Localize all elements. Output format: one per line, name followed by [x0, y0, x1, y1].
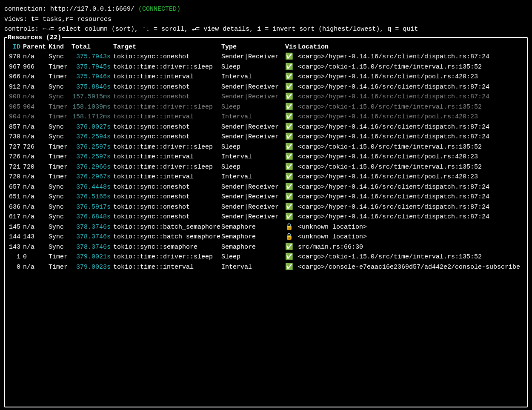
table-cell: n/a	[23, 212, 49, 222]
control-key[interactable]: i	[257, 26, 261, 33]
table-row[interactable]: 145n/aSync378.3746stokio::sync::batch_se…	[6, 222, 527, 232]
table-cell: 376.6848s	[72, 212, 113, 222]
table-cell: n/a	[23, 72, 49, 82]
table-cell: <cargo>/tokio-1.15.0/src/time/interval.r…	[298, 252, 527, 262]
table-cell: tokio::sync::semaphore	[113, 242, 221, 252]
table-cell: tokio::sync::oneshot	[113, 212, 221, 222]
table-cell: tokio::time::interval	[113, 172, 221, 182]
table-cell: <cargo>/hyper-0.14.16/src/client/dispatc…	[298, 82, 527, 92]
table-cell: Sender|Receiver	[221, 202, 285, 212]
col-id-header[interactable]: ID	[6, 42, 23, 52]
table-row[interactable]: 970n/aSync375.7943stokio::sync::oneshotS…	[6, 52, 527, 62]
table-cell: Sync	[49, 92, 72, 102]
table-row[interactable]: 966n/aTimer375.7946stokio::time::interva…	[6, 72, 527, 82]
table-cell: Sender|Receiver	[221, 92, 285, 102]
table-cell: n/a	[23, 82, 49, 92]
table-cell: <cargo>/hyper-0.14.16/src/client/pool.rs…	[298, 72, 527, 82]
control-desc: = quit	[391, 26, 418, 33]
table-cell: Timer	[49, 152, 72, 162]
table-cell: 376.2597s	[72, 152, 113, 162]
table-row[interactable]: 657n/aSync376.4448stokio::sync::oneshotS…	[6, 182, 527, 192]
col-type-header[interactable]: Type	[221, 42, 285, 52]
views-key-t[interactable]: t	[31, 14, 35, 25]
table-cell: tokio::time::interval	[113, 152, 221, 162]
table-row[interactable]: 730n/aSync376.2594stokio::sync::oneshotS…	[6, 132, 527, 142]
table-row[interactable]: 651n/aSync376.5165stokio::sync::oneshotS…	[6, 192, 527, 202]
table-cell: 158.1039ms	[72, 102, 113, 112]
vis-icon: 🔒	[285, 232, 298, 242]
table-cell: <cargo>/tokio-1.15.0/src/time/interval.r…	[298, 142, 527, 152]
table-row[interactable]: 967966Timer375.7945stokio::time::driver:…	[6, 62, 527, 72]
table-cell: <cargo>/tokio-1.15.0/src/time/interval.r…	[298, 62, 527, 72]
table-row[interactable]: 726n/aTimer376.2597stokio::time::interva…	[6, 152, 527, 162]
vis-icon: ✅	[285, 72, 298, 82]
table-cell: tokio::sync::oneshot	[113, 122, 221, 132]
table-cell: Interval	[221, 152, 285, 162]
control-key[interactable]: ↑↓	[142, 26, 150, 33]
views-key-r[interactable]: r	[66, 14, 69, 25]
table-row[interactable]: 912n/aSync375.8846stokio::sync::oneshotS…	[6, 82, 527, 92]
table-cell: 967	[6, 62, 23, 72]
table-cell: 657	[6, 182, 23, 192]
table-cell: <cargo>/hyper-0.14.16/src/client/dispatc…	[298, 202, 527, 212]
table-cell: 376.2966s	[72, 162, 113, 172]
vis-icon: ✅	[285, 132, 298, 142]
table-cell: 379.0021s	[72, 252, 113, 262]
table-cell: 378.3746s	[72, 242, 113, 252]
table-cell: Timer	[49, 112, 72, 122]
table-cell: n/a	[23, 52, 49, 62]
vis-icon: ✅	[285, 242, 298, 252]
table-cell: Timer	[49, 252, 72, 262]
table-row[interactable]: 617n/aSync376.6848stokio::sync::oneshotS…	[6, 212, 527, 222]
col-total-header[interactable]: Total	[72, 42, 113, 52]
table-cell: Sender|Receiver	[221, 52, 285, 62]
table-cell: Sync	[49, 82, 72, 92]
table-cell: tokio::sync::batch_semaphore	[113, 232, 221, 242]
table-cell: 143	[23, 232, 49, 242]
table-cell: 970	[6, 52, 23, 62]
table-row[interactable]: 720n/aTimer376.2967stokio::time::interva…	[6, 172, 527, 182]
control-key[interactable]: q	[387, 26, 391, 33]
table-cell: 0	[23, 252, 49, 262]
table-row[interactable]: 144143Sync378.3746stokio::sync::batch_se…	[6, 232, 527, 242]
table-cell: tokio::sync::oneshot	[113, 182, 221, 192]
control-key[interactable]: ←→	[43, 26, 50, 33]
table-cell: 912	[6, 82, 23, 92]
table-cell: Sync	[49, 202, 72, 212]
col-location-header[interactable]: Location	[298, 42, 527, 52]
table-row[interactable]: 908n/aSync157.5915mstokio::sync::oneshot…	[6, 92, 527, 102]
table-cell: 376.5917s	[72, 202, 113, 212]
table-cell: 727	[6, 142, 23, 152]
table-cell: n/a	[23, 262, 49, 272]
table-cell: <cargo>/hyper-0.14.16/src/client/pool.rs…	[298, 152, 527, 162]
table-cell: tokio::sync::oneshot	[113, 192, 221, 202]
table-row[interactable]: 143n/aSync378.3746stokio::sync::semaphor…	[6, 242, 527, 252]
vis-icon: ✅	[285, 212, 298, 222]
table-cell: tokio::sync::oneshot	[113, 82, 221, 92]
vis-icon: ✅	[285, 152, 298, 162]
table-cell: src/main.rs:66:30	[298, 242, 527, 252]
table-cell: n/a	[23, 172, 49, 182]
table-cell: 375.8846s	[72, 82, 113, 92]
col-vis-header[interactable]: Vis	[285, 42, 298, 52]
table-row[interactable]: 0n/aTimer379.0023stokio::time::intervalI…	[6, 262, 527, 272]
table-row[interactable]: 10Timer379.0021stokio::time::driver::sle…	[6, 252, 527, 262]
table-cell: 720	[23, 162, 49, 172]
table-cell: 376.2597s	[72, 142, 113, 152]
table-cell: 857	[6, 122, 23, 132]
table-row[interactable]: 636n/aSync376.5917stokio::sync::oneshotS…	[6, 202, 527, 212]
table-row[interactable]: 721720Timer376.2966stokio::time::driver:…	[6, 162, 527, 172]
table-cell: <cargo>/tokio-1.15.0/src/time/interval.r…	[298, 102, 527, 112]
col-kind-header[interactable]: Kind	[49, 42, 72, 52]
table-cell: Interval	[221, 262, 285, 272]
table-row[interactable]: 727726Timer376.2597stokio::time::driver:…	[6, 142, 527, 152]
control-desc: = invert sort (highest/lowest),	[261, 26, 387, 33]
table-row[interactable]: 904n/aTimer158.1712mstokio::time::interv…	[6, 112, 527, 122]
table-cell: n/a	[23, 242, 49, 252]
table-cell: Sync	[49, 232, 72, 242]
col-parent-header[interactable]: Parent	[23, 42, 49, 52]
table-row[interactable]: 857n/aSync376.0027stokio::sync::oneshotS…	[6, 122, 527, 132]
col-target-header[interactable]: Target	[113, 42, 221, 52]
control-key[interactable]: ↵	[192, 26, 196, 33]
table-row[interactable]: 905904Timer158.1039mstokio::time::driver…	[6, 102, 527, 112]
